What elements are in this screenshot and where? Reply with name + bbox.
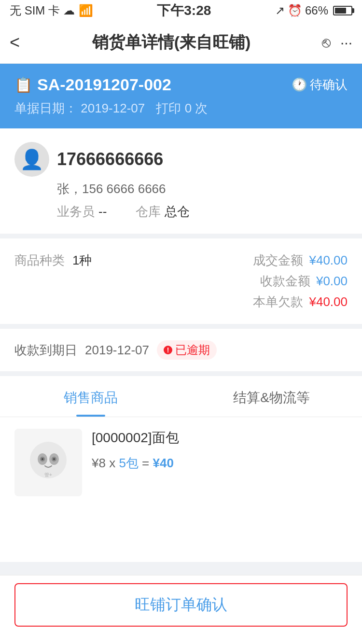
customer-row: 👤 17666666666 xyxy=(14,142,348,177)
svg-text:管+: 管+ xyxy=(44,472,52,477)
user-icon: 👤 xyxy=(20,148,44,171)
summary-left: 商品种类 1种 xyxy=(14,252,92,269)
received-value: ¥0.00 xyxy=(316,274,348,289)
customer-name: 张，156 6666 6666 xyxy=(14,181,348,197)
warehouse-value: 总仓 xyxy=(165,203,190,220)
warehouse-label: 仓库 xyxy=(136,203,161,220)
tab-settlement-logistics[interactable]: 结算&物流等 xyxy=(181,376,362,417)
product-price: ¥8 x 5包 = ¥40 xyxy=(92,455,348,472)
product-info: [0000002]面包 ¥8 x 5包 = ¥40 xyxy=(92,429,348,472)
svg-point-5 xyxy=(42,458,43,460)
total-price: ¥40 xyxy=(153,456,174,470)
location-icon: ↗ xyxy=(275,4,285,17)
tabs-row: 销售商品 结算&物流等 xyxy=(0,376,362,417)
overdue-badge: ! 已逾期 xyxy=(157,340,217,360)
battery-percent: 66% xyxy=(305,4,328,17)
sim-label: 无 SIM 卡 ☁ xyxy=(10,3,75,18)
received-amount-row: 收款金额 ¥0.00 xyxy=(260,273,348,290)
clock-icon: 🕐 xyxy=(292,77,307,92)
customer-section: 👤 17666666666 张，156 6666 6666 业务员 -- 仓库 … xyxy=(0,128,362,238)
salesperson-item: 业务员 -- xyxy=(57,203,107,220)
avatar: 👤 xyxy=(14,142,49,177)
product-name: [0000002]面包 xyxy=(92,429,348,447)
due-section: 收款到期日 2019-12-07 ! 已逾期 xyxy=(0,329,362,376)
alarm-icon: ⏰ xyxy=(288,4,302,17)
product-logo: 管+ xyxy=(29,441,68,485)
order-id: 📋 SA-20191207-002 xyxy=(14,75,171,94)
received-label: 收款金额 xyxy=(260,273,310,290)
share-icon[interactable]: ⎋ xyxy=(322,34,331,51)
summary-right: 成交金额 ¥40.00 收款金额 ¥0.00 本单欠款 ¥40.00 xyxy=(253,252,348,310)
product-section: 管+ [0000002]面包 ¥8 x 5包 = ¥40 xyxy=(0,417,362,562)
customer-meta: 业务员 -- 仓库 总仓 xyxy=(14,203,348,220)
bottom-bar: 旺铺订单确认 xyxy=(0,575,362,644)
equals-sign: = xyxy=(142,456,149,470)
owed-label: 本单欠款 xyxy=(253,294,303,310)
status-text: 待确认 xyxy=(310,76,348,93)
product-item: 管+ [0000002]面包 ¥8 x 5包 = ¥40 xyxy=(14,429,348,496)
order-header: 📋 SA-20191207-002 🕐 待确认 单据日期： 2019-12-07… xyxy=(0,64,362,128)
product-thumbnail: 管+ xyxy=(14,429,82,496)
salesperson-label: 业务员 xyxy=(57,203,95,220)
owed-value: ¥40.00 xyxy=(309,294,348,309)
nav-actions: ⎋ ··· xyxy=(304,34,352,51)
order-status: 🕐 待确认 xyxy=(292,76,348,93)
back-button[interactable]: < xyxy=(10,32,39,53)
confirm-button[interactable]: 旺铺订单确认 xyxy=(14,583,348,627)
due-label: 收款到期日 xyxy=(14,342,77,359)
status-bar: 无 SIM 卡 ☁ 📶 下午3:28 ↗ ⏰ 66% xyxy=(0,0,362,21)
status-time: 下午3:28 xyxy=(157,1,211,20)
overdue-text: 已逾期 xyxy=(175,342,210,358)
svg-point-6 xyxy=(53,458,55,460)
owed-amount-row: 本单欠款 ¥40.00 xyxy=(253,294,348,310)
nav-bar: < 销货单详情(来自旺铺) ⎋ ··· xyxy=(0,21,362,64)
status-left: 无 SIM 卡 ☁ 📶 xyxy=(10,3,93,18)
wifi-icon: 📶 xyxy=(79,4,93,17)
multiply-sign: x xyxy=(109,456,115,470)
quantity: 5包 xyxy=(119,456,138,470)
order-date: 单据日期： 2019-12-07 打印 0 次 xyxy=(14,100,348,117)
product-type-value: 1种 xyxy=(72,252,92,269)
warehouse-item: 仓库 总仓 xyxy=(136,203,190,220)
battery-icon xyxy=(333,6,352,15)
unit-price: ¥8 xyxy=(92,456,106,470)
deal-amount-row: 成交金额 ¥40.00 xyxy=(253,252,348,269)
product-type-label: 商品种类 xyxy=(14,252,65,269)
due-date-value: 2019-12-07 xyxy=(85,343,149,358)
overdue-icon: ! xyxy=(164,346,172,354)
status-right: ↗ ⏰ 66% xyxy=(275,4,352,17)
print-count: 打印 0 次 xyxy=(156,101,208,115)
order-icon: 📋 xyxy=(14,76,32,93)
more-icon[interactable]: ··· xyxy=(340,34,352,51)
tab-sales-products[interactable]: 销售商品 xyxy=(0,376,181,417)
deal-amount-value: ¥40.00 xyxy=(309,253,348,268)
summary-section: 商品种类 1种 成交金额 ¥40.00 收款金额 ¥0.00 本单欠款 ¥40.… xyxy=(0,238,362,329)
page-title: 销货单详情(来自旺铺) xyxy=(39,31,304,54)
salesperson-value: -- xyxy=(98,204,107,219)
tabs-section: 销售商品 结算&物流等 xyxy=(0,376,362,417)
deal-amount-label: 成交金额 xyxy=(253,252,303,269)
customer-phone: 17666666666 xyxy=(57,149,163,169)
